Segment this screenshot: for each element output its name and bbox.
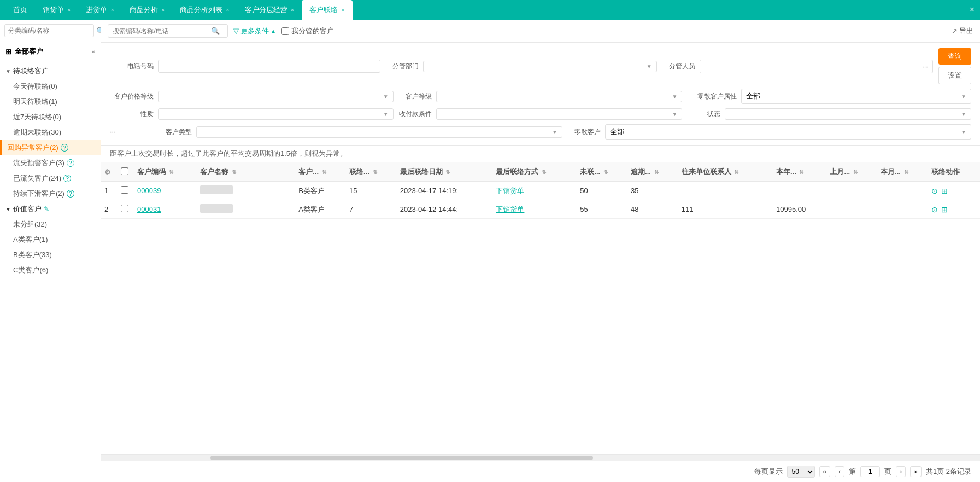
sidebar-pending-group[interactable]: ▼ 待联络客户 xyxy=(0,63,101,79)
nav-analysis-close[interactable]: × xyxy=(161,7,165,13)
nav-purchase[interactable]: 进货单 × xyxy=(78,0,121,20)
nav-customer-contact[interactable]: 客户联络 × xyxy=(302,0,352,20)
tomorrow-label: 明天待联络(1) xyxy=(13,97,57,107)
select-all-checkbox[interactable] xyxy=(121,167,128,175)
prev-page-btn[interactable]: ‹ xyxy=(835,466,844,477)
nav-analysis-list-close[interactable]: × xyxy=(226,7,229,13)
set-button[interactable]: 设置 xyxy=(938,67,971,84)
sidebar-item-repeat-buy[interactable]: 回购异常客户(2) ? xyxy=(0,140,101,155)
sidebar-item-unclassified[interactable]: 未分组(32) xyxy=(0,217,101,232)
nav-home[interactable]: 首页 xyxy=(5,0,35,20)
col-unlisted[interactable]: 未联... ⇅ xyxy=(577,162,627,182)
today-label: 今天待联络(0) xyxy=(13,82,57,91)
col-this-year[interactable]: 本年... ⇅ xyxy=(773,162,826,182)
row1-num: 1 xyxy=(101,182,118,200)
nav-customer-contact-label: 客户联络 xyxy=(309,5,338,15)
sidebar-item-class-b[interactable]: B类客户(33) xyxy=(0,247,101,263)
sidebar-item-class-c[interactable]: C类客户(6) xyxy=(0,263,101,278)
filter-status-select[interactable]: ▼ xyxy=(725,108,971,120)
search-input[interactable] xyxy=(113,27,211,35)
my-customers-checkbox[interactable] xyxy=(281,27,289,35)
sidebar-search-icon[interactable]: 🔍 xyxy=(96,27,101,35)
sidebar-item-overdue[interactable]: 逾期未联络(30) xyxy=(0,125,101,140)
nav-customer-segment[interactable]: 客户分层经营 × xyxy=(237,0,302,20)
payment-dropdown-icon: ▼ xyxy=(672,111,677,117)
filter-dept-select[interactable]: ▼ xyxy=(423,61,656,72)
retail-customer-dropdown-icon: ▼ xyxy=(961,129,966,135)
col-name[interactable]: 客户名称 ⇅ xyxy=(197,162,295,182)
sidebar-search-input[interactable] xyxy=(4,24,94,37)
row2-view-icon[interactable]: ⊙ xyxy=(931,205,938,214)
filter-price-level-label: 客户价格等级 xyxy=(110,92,154,101)
col-overdue[interactable]: 逾期... ⇅ xyxy=(627,162,678,182)
filter-nature-select[interactable]: ▼ xyxy=(158,108,394,120)
type-sort-icon: ⇅ xyxy=(322,169,326,175)
sidebar-item-7days[interactable]: 近7天待联络(0) xyxy=(0,109,101,125)
table-area[interactable]: ⚙ 客户编码 ⇅ 客户名称 ⇅ xyxy=(101,162,980,454)
row1-this-month xyxy=(877,182,928,200)
filter-phone-input[interactable] xyxy=(158,60,380,73)
last-page-btn[interactable]: » xyxy=(910,466,922,477)
more-filter-link[interactable]: ··· xyxy=(110,128,115,136)
scrollbar-thumb[interactable] xyxy=(210,456,593,460)
row1-view-icon[interactable]: ⊙ xyxy=(931,187,938,195)
row1-more-icon[interactable]: ⊞ xyxy=(941,187,948,195)
query-button[interactable]: 查询 xyxy=(938,48,971,65)
sidebar-item-class-a[interactable]: A类客户(1) xyxy=(0,232,101,247)
row1-checkbox[interactable] xyxy=(121,186,128,194)
nav-customer-contact-close[interactable]: × xyxy=(341,7,344,13)
row1-last-method[interactable]: 下销货单 xyxy=(492,182,577,200)
col-last-month[interactable]: 上月... ⇅ xyxy=(826,162,877,182)
col-last-date[interactable]: 最后联络日期 ⇅ xyxy=(397,162,493,182)
row2-code[interactable]: 000031 xyxy=(134,200,197,219)
first-page-btn[interactable]: « xyxy=(819,466,831,477)
grid-icon: ⊞ xyxy=(5,48,11,56)
sidebar: 🔍 ⊞ 全部客户 « ▼ 待联络客户 今天待联络(0) 明天待联络(1) 近7天… xyxy=(0,20,101,482)
declining-info-icon: ? xyxy=(67,190,74,198)
row2-more-icon[interactable]: ⊞ xyxy=(941,205,948,214)
export-btn[interactable]: ↗ 导出 xyxy=(952,26,973,36)
sidebar-item-lost-warning[interactable]: 流失预警客户(3) ? xyxy=(0,155,101,171)
row1-checkbox-cell xyxy=(118,182,134,200)
value-group-edit-icon[interactable]: ✎ xyxy=(44,205,49,213)
nav-sales-close[interactable]: × xyxy=(67,7,71,13)
nav-customer-segment-close[interactable]: × xyxy=(291,7,294,13)
filter-payment-select[interactable]: ▼ xyxy=(436,108,683,120)
row2-checkbox[interactable] xyxy=(121,205,128,212)
page-input[interactable] xyxy=(860,466,880,477)
manager-more-icon: ··· xyxy=(922,62,928,71)
col-type[interactable]: 客户... ⇅ xyxy=(295,162,346,182)
col-settings[interactable]: ⚙ xyxy=(101,162,118,182)
row1-code[interactable]: 000039 xyxy=(134,182,197,200)
horizontal-scrollbar[interactable] xyxy=(101,454,980,461)
col-contact-person[interactable]: 往来单位联系人 ⇅ xyxy=(678,162,773,182)
row2-last-method[interactable]: 下销货单 xyxy=(492,200,577,219)
col-this-month[interactable]: 本月... ⇅ xyxy=(877,162,928,182)
col-code[interactable]: 客户编码 ⇅ xyxy=(134,162,197,182)
nav-sales[interactable]: 销货单 × xyxy=(35,0,78,20)
sidebar-item-tomorrow[interactable]: 明天待联络(1) xyxy=(0,94,101,109)
row1-overdue: 35 xyxy=(627,182,678,200)
col-last-method[interactable]: 最后联络方式 ⇅ xyxy=(492,162,577,182)
settings-icon[interactable]: ⚙ xyxy=(104,168,111,176)
nav-analysis[interactable]: 商品分析 × xyxy=(122,0,172,20)
window-close-icon[interactable]: × xyxy=(970,5,975,15)
col-contact[interactable]: 联络... ⇅ xyxy=(346,162,397,182)
filter-retail-attr-select[interactable]: 全部 ▼ xyxy=(741,89,971,104)
filter-customer-type-select[interactable]: ▼ xyxy=(196,126,562,138)
next-page-btn[interactable]: › xyxy=(896,466,906,477)
per-page-select[interactable]: 50 20 100 xyxy=(787,466,815,478)
filter-manager-input[interactable]: ··· xyxy=(700,60,933,73)
sidebar-item-today[interactable]: 今天待联络(0) xyxy=(0,79,101,94)
filter-price-level-select[interactable]: ▼ xyxy=(158,91,394,102)
more-conditions-btn[interactable]: ▽ 更多条件 ▲ xyxy=(233,26,276,36)
nav-analysis-list[interactable]: 商品分析列表 × xyxy=(172,0,237,20)
filter-retail-customer-select[interactable]: 全部 ▼ xyxy=(605,124,971,140)
unlisted-sort-icon: ⇅ xyxy=(603,169,608,175)
sidebar-collapse-btn[interactable]: « xyxy=(92,48,95,55)
sidebar-value-group-header[interactable]: ▼ 价值客户 ✎ xyxy=(0,201,101,217)
sidebar-item-already-lost[interactable]: 已流失客户(24) ? xyxy=(0,171,101,186)
sidebar-item-declining[interactable]: 持续下滑客户(2) ? xyxy=(0,186,101,201)
filter-customer-level-select[interactable]: ▼ xyxy=(436,91,683,102)
nav-purchase-close[interactable]: × xyxy=(110,7,114,13)
